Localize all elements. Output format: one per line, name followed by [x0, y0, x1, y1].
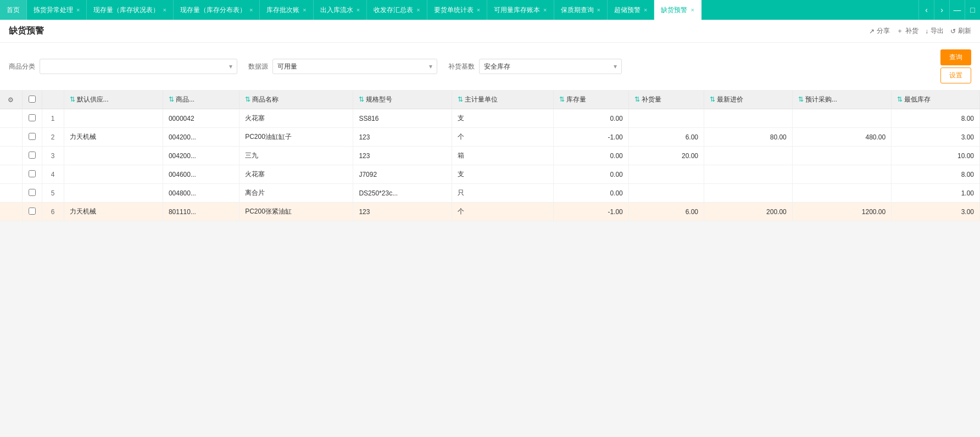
- cell-stock-3: 0.00: [553, 165, 628, 184]
- cell-supplier-5: 力天机械: [64, 203, 163, 221]
- refresh-button[interactable]: ↺ 刷新: [950, 26, 971, 36]
- row-check-0[interactable]: [29, 114, 36, 121]
- th-min_stock[interactable]: ⇅最低库存: [892, 91, 980, 109]
- nav-tab-1[interactable]: 拣货异常处理×: [27, 0, 87, 20]
- tab-close-icon-3[interactable]: ×: [249, 7, 253, 13]
- row-settings-0: [0, 109, 22, 128]
- cell-replenish-1: 6.00: [628, 128, 704, 147]
- datasource-label: 数据源: [248, 62, 268, 71]
- share-icon: ↗: [869, 27, 875, 35]
- settings-button[interactable]: 设置: [940, 68, 971, 83]
- row-check-1[interactable]: [29, 133, 36, 140]
- tab-close-icon-4[interactable]: ×: [303, 7, 306, 13]
- th-product_code[interactable]: ⇅商品...: [163, 91, 239, 109]
- nav-tab-6[interactable]: 收发存汇总表×: [367, 0, 427, 20]
- cell-supplier-2: [64, 147, 163, 165]
- th-supplier[interactable]: ⇅默认供应...: [64, 91, 163, 109]
- nav-arrows: ‹ › — □: [918, 0, 980, 20]
- replenish-base-label: 补货基数: [448, 62, 475, 71]
- datasource-chevron-icon: ▾: [429, 63, 432, 70]
- row-checkbox-4: [22, 184, 42, 203]
- row-check-5[interactable]: [29, 208, 36, 215]
- replenish-base-select[interactable]: 安全库存 ▾: [479, 59, 622, 74]
- query-button[interactable]: 查询: [940, 49, 971, 65]
- sort-icon: ⇅: [458, 96, 463, 103]
- nav-prev-button[interactable]: ‹: [918, 0, 934, 20]
- th-latest_price[interactable]: ⇅最新进价: [704, 91, 793, 109]
- th-stock[interactable]: ⇅库存量: [553, 91, 628, 109]
- cell-product_code-4: 004800...: [163, 184, 239, 203]
- select-all-checkbox[interactable]: [29, 96, 36, 103]
- sort-icon: ⇅: [169, 96, 174, 103]
- row-index-0: 1: [42, 109, 64, 128]
- cell-product_name-0: 火花塞: [240, 109, 353, 128]
- nav-tab-11[interactable]: 缺货预警×: [654, 0, 701, 20]
- table-row: 4004600...火花塞J7092支0.008.00: [0, 165, 980, 184]
- row-check-3[interactable]: [29, 170, 36, 177]
- replenish-icon: ＋: [897, 26, 903, 36]
- tab-close-icon-11[interactable]: ×: [691, 7, 694, 13]
- nav-maximize-button[interactable]: □: [965, 0, 980, 20]
- cell-product_name-1: PC200油缸缸子: [240, 128, 353, 147]
- row-settings-4: [0, 184, 22, 203]
- replenish-button[interactable]: ＋ 补货: [897, 26, 918, 36]
- th-product_name[interactable]: ⇅商品名称: [240, 91, 353, 109]
- tab-close-icon-2[interactable]: ×: [163, 7, 166, 13]
- table-row: 2力天机械004200...PC200油缸缸子123个-1.006.0080.0…: [0, 128, 980, 147]
- nav-restore-button[interactable]: —: [949, 0, 965, 20]
- row-check-2[interactable]: [29, 152, 36, 159]
- table-row: 10000042火花塞SS816支0.008.00: [0, 109, 980, 128]
- export-button[interactable]: ↓ 导出: [925, 26, 944, 36]
- datasource-select[interactable]: 可用量 ▾: [272, 59, 437, 74]
- sort-icon: ⇅: [359, 96, 364, 103]
- cell-spec-2: 123: [353, 147, 452, 165]
- cell-latest_price-2: [704, 147, 793, 165]
- tab-close-icon-1[interactable]: ×: [76, 7, 80, 13]
- th-replenish[interactable]: ⇅补货量: [628, 91, 704, 109]
- category-select[interactable]: ▾: [40, 59, 237, 74]
- cell-supplier-0: [64, 109, 163, 128]
- row-checkbox-2: [22, 147, 42, 165]
- cell-unit-0: 支: [452, 109, 553, 128]
- tab-close-icon-6[interactable]: ×: [416, 7, 420, 13]
- cell-replenish-2: 20.00: [628, 147, 704, 165]
- cell-product_code-5: 801110...: [163, 203, 239, 221]
- tab-close-icon-5[interactable]: ×: [357, 7, 360, 13]
- nav-tab-5[interactable]: 出入库流水×: [314, 0, 367, 20]
- cell-est_purchase-3: [792, 165, 891, 184]
- th-est_purchase[interactable]: ⇅预计采购...: [792, 91, 891, 109]
- export-icon: ↓: [925, 27, 928, 35]
- row-checkbox-3: [22, 165, 42, 184]
- nav-tab-7[interactable]: 要货单统计表×: [427, 0, 487, 20]
- tab-close-icon-7[interactable]: ×: [477, 7, 480, 13]
- nav-tab-8[interactable]: 可用量库存账本×: [487, 0, 554, 20]
- th-unit[interactable]: ⇅主计量单位: [452, 91, 553, 109]
- row-check-4[interactable]: [29, 189, 36, 196]
- table-row: 3004200...三九123箱0.0020.0010.00: [0, 147, 980, 165]
- share-button[interactable]: ↗ 分享: [869, 26, 890, 36]
- row-settings-2: [0, 147, 22, 165]
- row-settings-1: [0, 128, 22, 147]
- filter-row: 商品分类 ▾ 数据源 可用量 ▾ 补货基数 安全库存 ▾ 查询 设置: [0, 43, 980, 91]
- tab-close-icon-10[interactable]: ×: [644, 7, 647, 13]
- data-table-container: ⚙⇅默认供应...⇅商品...⇅商品名称⇅规格型号⇅主计量单位⇅库存量⇅补货量⇅…: [0, 91, 980, 221]
- cell-est_purchase-1: 480.00: [792, 128, 891, 147]
- tab-close-icon-8[interactable]: ×: [543, 7, 547, 13]
- settings-gear-icon[interactable]: ⚙: [8, 96, 14, 104]
- nav-tab-3[interactable]: 现存量（库存分布表）×: [174, 0, 260, 20]
- nav-tab-4[interactable]: 库存批次账×: [260, 0, 313, 20]
- cell-product_name-3: 火花塞: [240, 165, 353, 184]
- cell-latest_price-5: 200.00: [704, 203, 793, 221]
- nav-tab-0[interactable]: 首页: [0, 0, 27, 20]
- nav-next-button[interactable]: ›: [934, 0, 949, 20]
- datasource-filter-group: 数据源 可用量 ▾: [248, 59, 437, 74]
- nav-tab-10[interactable]: 超储预警×: [608, 0, 654, 20]
- cell-latest_price-4: [704, 184, 793, 203]
- tab-close-icon-9[interactable]: ×: [597, 7, 600, 13]
- nav-tab-2[interactable]: 现存量（库存状况表）×: [87, 0, 173, 20]
- nav-tab-9[interactable]: 保质期查询×: [554, 0, 608, 20]
- cell-min_stock-3: 8.00: [892, 165, 980, 184]
- th-spec[interactable]: ⇅规格型号: [353, 91, 452, 109]
- cell-replenish-4: [628, 184, 704, 203]
- cell-product_code-1: 004200...: [163, 128, 239, 147]
